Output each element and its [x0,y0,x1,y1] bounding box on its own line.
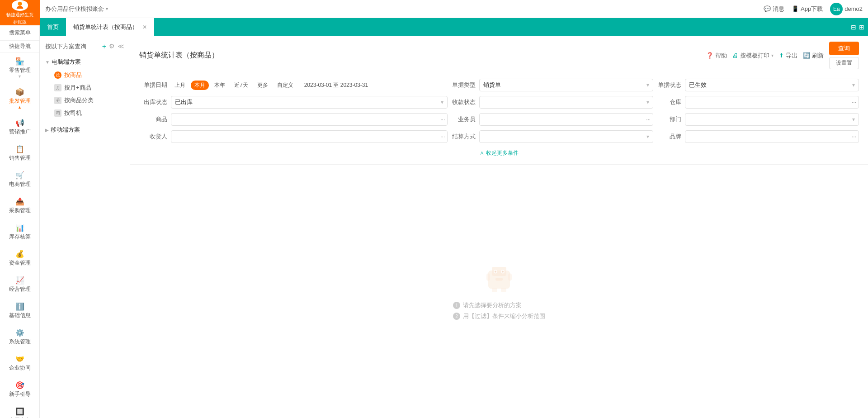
settings-scheme-icon[interactable]: ⚙ [109,43,115,51]
tree-child-by-category[interactable]: 分 按商品分类 [40,94,130,107]
date-tab-7days[interactable]: 近7天 [231,81,252,90]
tree-expand-icon: ▶ [45,128,49,133]
sidebar-item-purchase[interactable]: 📥 采购管理 [0,193,39,219]
warehouse-more-btn[interactable]: ··· [852,99,856,105]
brand-more-btn[interactable]: ··· [852,133,856,140]
date-tab-this-year[interactable]: 本年 [211,81,229,90]
sidebar-item-marketing[interactable]: 📢 营销推广 [0,114,39,140]
tree-child-by-product[interactable]: 按 按商品 [40,69,130,81]
payment-select[interactable]: ▾ [479,130,653,143]
tree-child-by-month-product[interactable]: 月 按月+商品 [40,81,130,94]
svg-rect-7 [495,278,503,280]
receiver-input[interactable] [171,130,448,143]
sidebar-item-system[interactable]: ⚙️ 系统管理 [0,324,39,350]
empty-tip-2: 2 用【过滤】条件来缩小分析范围 [453,312,545,320]
sales-label: 销售管理 [9,154,31,162]
staff-input-wrapper: ··· [479,113,653,126]
tab-home[interactable]: 首页 [40,18,66,36]
scheme-icon-by-category: 分 [54,97,61,104]
finance-label: 资金管理 [9,259,31,267]
collapse-bar[interactable]: ∧ 收起更多条件 [139,147,859,159]
sidebar-item-operations[interactable]: 📈 经营管理 [0,271,39,298]
warehouse-out-label: 出库状态 [139,98,171,106]
search-menu-label[interactable]: 搜索菜单 [9,29,31,36]
sidebar-item-sales[interactable]: 📋 销售管理 [0,140,39,166]
sidebar-item-inventory[interactable]: 📊 库存核算 [0,219,39,245]
account-dropdown[interactable]: 办公用品行业模拟账套 ▾ [45,5,108,13]
doc-type-arrow: ▾ [646,82,649,88]
tab-close-icon[interactable]: ✕ [142,24,147,30]
collapse-panel-icon[interactable]: ≪ [118,43,124,51]
sidebar-item-wholesale[interactable]: 📦 批发管理 ▲ [0,83,39,114]
refresh-btn[interactable]: 🔄 刷新 [803,52,824,60]
quick-nav-label[interactable]: 快捷导航 [9,43,31,49]
help-btn[interactable]: ❓ 帮助 [706,52,727,60]
export-btn[interactable]: ⬆ 导出 [779,52,797,60]
filter-cell-dept: 部门 ▾ [653,113,859,126]
tip-num-2: 2 [453,313,460,320]
template-print-btn[interactable]: 🖨 按模板打印 ▾ [732,52,774,60]
sidebar-logo: 畅捷通好生意 标账版 [0,0,40,25]
doc-status-select[interactable]: 已生效 ▾ [685,79,859,91]
newbie-label: 新手引导 [9,390,31,398]
sidebar-item-finance[interactable]: 💰 资金管理 [0,245,39,271]
right-panel: 销货单统计表（按商品） ❓ 帮助 🖨 按模板打印 ▾ ⬆ 导出 [130,36,868,418]
date-tab-more[interactable]: 更多 [254,81,272,90]
date-tab-custom[interactable]: 自定义 [274,81,297,90]
tree-section-mobile: ▶ 移动端方案 [40,121,130,138]
collect-status-label: 收款状态 [448,98,479,106]
filter-row-4: 收货人 ··· 结算方式 ▾ 品牌 [139,130,859,143]
svg-point-6 [502,271,504,272]
add-scheme-btn[interactable]: + [102,43,106,51]
dept-select[interactable]: ▾ [685,113,859,126]
tree-child-by-driver[interactable]: 司 按司机 [40,107,130,119]
main-area: 办公用品行业模拟账套 ▾ 💬 消息 📱 App下载 Ea demo2 首页 销货… [40,0,868,418]
logo-subtitle: 标账版 [13,19,27,25]
filter-cell-doc-type: 单据类型 销货单 ▾ [448,79,653,91]
collect-status-select[interactable]: ▾ [479,96,653,109]
window-minimize-icon[interactable]: ⊟ [851,24,856,31]
filter-cell-brand: 品牌 ··· [653,130,859,143]
marketing-icon: 📢 [15,119,24,127]
settings-btn[interactable]: 设置置 [829,57,859,69]
appstore-icon: 🔲 [15,407,24,416]
product-more-btn[interactable]: ··· [440,116,445,123]
user-btn[interactable]: Ea demo2 [830,3,863,15]
receiver-more-btn[interactable]: ··· [440,133,445,140]
tip-text-1: 请先选择要分析的方案 [463,301,522,309]
tab-sales-stat[interactable]: 销货单统计表（按商品） ✕ [66,18,154,36]
sidebar-item-ecommerce[interactable]: 🛒 电商管理 [0,166,39,193]
staff-input[interactable] [479,113,653,126]
doc-type-select[interactable]: 销货单 ▾ [479,79,653,91]
warehouse-out-select[interactable]: 已出库 ▾ [171,96,448,109]
sidebar-search[interactable]: 搜索菜单 [0,25,39,41]
system-icon: ⚙️ [15,328,24,337]
sidebar-item-retail[interactable]: 🏪 零售管理 ▼ [0,52,39,83]
doc-status-arrow: ▾ [852,82,855,88]
sidebar-item-newbie[interactable]: 🎯 新手引导 [0,376,39,403]
sidebar-nav[interactable]: 快捷导航 [0,41,39,52]
message-btn[interactable]: 💬 消息 [764,5,784,13]
brand-input[interactable] [685,130,859,143]
sidebar-item-enterprise[interactable]: 🤝 企业协同 [0,350,39,376]
warehouse-input[interactable] [685,96,859,109]
retail-label: 零售管理 [9,66,31,74]
tree-parent-mobile[interactable]: ▶ 移动端方案 [40,123,130,137]
wholesale-icon: 📦 [15,88,24,96]
date-tab-this-month[interactable]: 本月 [191,81,209,90]
app-download-btn[interactable]: 📱 App下载 [792,5,823,13]
tree-parent-desktop[interactable]: ▼ 电脑端方案 [40,55,130,69]
receiver-label: 收货人 [139,133,171,141]
window-maximize-icon[interactable]: ⊞ [859,24,864,31]
scheme-label-by-product: 按商品 [64,71,82,79]
filter-cell-date: 单据日期 上月 本月 本年 近7天 更多 自定义 2023-03-01 至 20… [139,81,448,90]
sidebar-item-appstore[interactable]: 🔲 应用中心 [0,403,39,418]
query-btn[interactable]: 查询 [829,42,859,55]
left-panel-title: 按以下方案查询 [45,43,86,51]
avatar: Ea [830,3,843,15]
product-input[interactable] [171,113,448,126]
sidebar-item-basic[interactable]: ℹ️ 基础信息 [0,298,39,324]
staff-more-btn[interactable]: ··· [646,116,651,123]
date-tab-last-month[interactable]: 上月 [171,81,189,90]
filter-cell-warehouse: 仓库 ··· [653,96,859,109]
